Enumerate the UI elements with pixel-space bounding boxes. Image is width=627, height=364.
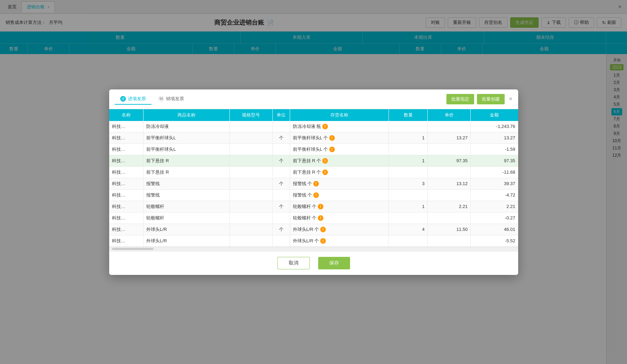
warn-icon: ! xyxy=(322,124,328,129)
cell-qty xyxy=(389,144,428,155)
cell-qty: 1 xyxy=(389,132,428,144)
dialog-footer: 取消 保存 xyxy=(109,251,518,275)
cell-spec xyxy=(229,224,272,235)
warn-icon: ! xyxy=(329,147,335,152)
cell-stock[interactable]: 前平衡杆球头L 个 ! xyxy=(290,144,389,155)
warn-icon: ! xyxy=(313,181,319,187)
cell-price xyxy=(428,144,471,155)
table-row[interactable]: 科技… 轮毂螺杆 个 轮毂螺杆 个 ! 1 2.21 2.21 xyxy=(109,201,518,212)
scrollbar-thumb xyxy=(112,248,154,250)
cell-amount: 13.27 xyxy=(471,132,518,144)
cell-price xyxy=(428,235,471,246)
cell-price xyxy=(428,121,471,132)
cell-unit: 个 xyxy=(272,155,290,166)
cancel-button[interactable]: 取消 xyxy=(277,257,310,269)
cell-amount: -4.72 xyxy=(471,189,518,201)
cell-amount: -1.59 xyxy=(471,144,518,155)
cell-price xyxy=(428,166,471,178)
cell-stock[interactable]: 轮毂螺杆 个 ! xyxy=(290,212,389,224)
cell-product: 外球头L/R xyxy=(143,235,229,246)
cell-stock[interactable]: 前平衡杆球头L 个 ! xyxy=(290,132,389,144)
th-spec: 规格型号 xyxy=(229,109,272,121)
th-qty: 数量 xyxy=(389,109,428,121)
cell-stock[interactable]: 报警线 个 ! xyxy=(290,189,389,201)
warn-icon: ! xyxy=(322,158,328,164)
warn-icon: ! xyxy=(320,238,326,244)
cell-spec xyxy=(229,178,272,189)
cell-product: 前下悬挂 R xyxy=(143,155,229,166)
tab-outgoing-invoice[interactable]: 销 销项发票 xyxy=(153,94,190,105)
cell-stock[interactable]: 轮毂螺杆 个 ! xyxy=(290,201,389,212)
cell-amount: 2.21 xyxy=(471,201,518,212)
cell-unit: 个 xyxy=(272,201,290,212)
dialog: 进 进项发票 销 销项发票 批量指定 批量创建 × 名称 商品名称 xyxy=(109,89,518,275)
cell-product: 报警线 xyxy=(143,178,229,189)
th-stock: 存货名称 xyxy=(290,109,389,121)
th-amount: 金额 xyxy=(471,109,518,121)
cell-spec xyxy=(229,189,272,201)
cell-amount: 39.37 xyxy=(471,178,518,189)
batch-assign-button[interactable]: 批量指定 xyxy=(446,94,474,104)
dialog-table-wrap[interactable]: 名称 商品名称 规格型号 单位 存货名称 数量 单价 金额 科技… 防冻冷却液 … xyxy=(109,109,518,247)
cell-stock[interactable]: 报警线 个 ! xyxy=(290,178,389,189)
cell-product: 外球头L/R xyxy=(143,224,229,235)
cell-product: 前平衡杆球头L xyxy=(143,144,229,155)
cell-product: 轮毂螺杆 xyxy=(143,201,229,212)
cell-unit xyxy=(272,235,290,246)
cell-price xyxy=(428,212,471,224)
cell-spec xyxy=(229,121,272,132)
batch-create-button[interactable]: 批量创建 xyxy=(477,94,505,104)
th-unit: 单位 xyxy=(272,109,290,121)
cell-stock[interactable]: 防冻冷却液 瓶 ! xyxy=(290,121,389,132)
cell-qty xyxy=(389,121,428,132)
warn-icon: ! xyxy=(329,135,335,141)
table-row[interactable]: 科技… 外球头L/R 外球头L/R 个 ! -5.52 xyxy=(109,235,518,246)
cell-unit: 个 xyxy=(272,224,290,235)
cell-spec xyxy=(229,235,272,246)
table-row[interactable]: 科技… 外球头L/R 个 外球头L/R 个 ! 4 11.50 46.01 xyxy=(109,224,518,235)
table-row[interactable]: 科技… 前平衡杆球头L 个 前平衡杆球头L 个 ! 1 13.27 13.27 xyxy=(109,132,518,144)
cell-amount: -11.68 xyxy=(471,166,518,178)
cell-stock[interactable]: 外球头L/R 个 ! xyxy=(290,235,389,246)
cell-unit: 个 xyxy=(272,178,290,189)
cell-amount: 97.35 xyxy=(471,155,518,166)
dialog-tabs: 进 进项发票 销 销项发票 xyxy=(115,94,446,105)
cell-unit xyxy=(272,189,290,201)
cell-product: 前下悬挂 R xyxy=(143,166,229,178)
table-row[interactable]: 科技… 轮毂螺杆 轮毂螺杆 个 ! -0.27 xyxy=(109,212,518,224)
cell-name: 科技… xyxy=(109,189,143,201)
cell-stock[interactable]: 前下悬挂 R 个 ! xyxy=(290,155,389,166)
dialog-header: 进 进项发票 销 销项发票 批量指定 批量创建 × xyxy=(109,89,518,109)
table-row[interactable]: 科技… 前平衡杆球头L 前平衡杆球头L 个 ! -1.59 xyxy=(109,144,518,155)
cell-name: 科技… xyxy=(109,212,143,224)
table-row[interactable]: 科技… 报警线 个 报警线 个 ! 3 13.12 39.37 xyxy=(109,178,518,189)
dialog-close-button[interactable]: × xyxy=(509,95,513,103)
cell-product: 防冻冷却液 xyxy=(143,121,229,132)
save-button[interactable]: 保存 xyxy=(318,257,350,269)
th-product: 商品名称 xyxy=(143,109,229,121)
cell-unit xyxy=(272,212,290,224)
table-row[interactable]: 科技… 报警线 报警线 个 ! -4.72 xyxy=(109,189,518,201)
table-row[interactable]: 科技… 防冻冷却液 防冻冷却液 瓶 ! -1,243.76 xyxy=(109,121,518,132)
incoming-icon: 进 xyxy=(120,96,126,102)
cell-name: 科技… xyxy=(109,121,143,132)
cell-amount: -5.52 xyxy=(471,235,518,246)
cell-price: 11.50 xyxy=(428,224,471,235)
cell-stock[interactable]: 前下悬挂 R 个 ! xyxy=(290,166,389,178)
cell-name: 科技… xyxy=(109,155,143,166)
cell-unit xyxy=(272,144,290,155)
warn-icon: ! xyxy=(318,215,323,221)
table-row[interactable]: 科技… 前下悬挂 R 个 前下悬挂 R 个 ! 1 97.35 97.35 xyxy=(109,155,518,166)
table-row[interactable]: 科技… 前下悬挂 R 前下悬挂 R 个 ! -11.68 xyxy=(109,166,518,178)
cell-stock[interactable]: 外球头L/R 个 ! xyxy=(290,224,389,235)
cell-qty xyxy=(389,189,428,201)
cell-product: 报警线 xyxy=(143,189,229,201)
warn-icon: ! xyxy=(320,227,326,232)
cell-price xyxy=(428,189,471,201)
tab-incoming-invoice[interactable]: 进 进项发票 xyxy=(115,94,151,105)
cell-qty: 3 xyxy=(389,178,428,189)
cell-name: 科技… xyxy=(109,144,143,155)
dialog-scrollbar[interactable] xyxy=(109,247,518,251)
cell-name: 科技… xyxy=(109,132,143,144)
cell-unit xyxy=(272,166,290,178)
